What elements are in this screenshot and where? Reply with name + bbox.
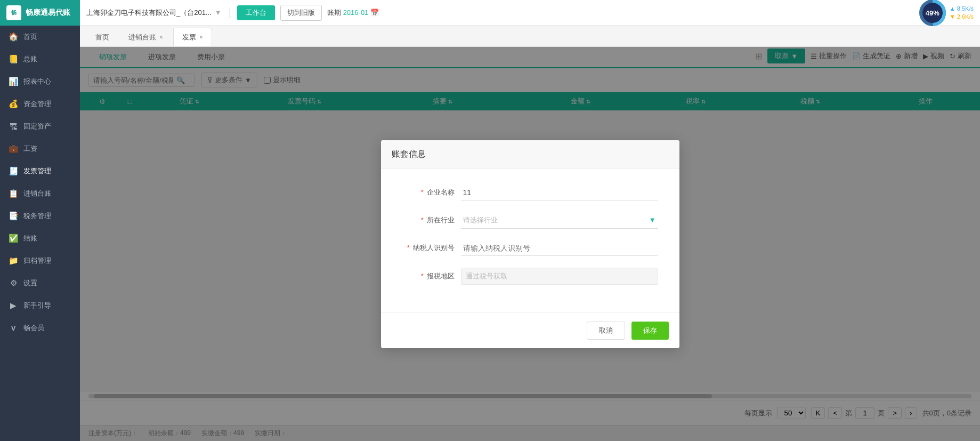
- sidebar-item-label: 设置: [23, 278, 37, 288]
- sidebar-item-settings[interactable]: ⚙ 设置: [0, 272, 80, 294]
- old-version-button[interactable]: 切到旧版: [280, 5, 322, 21]
- workbench-button[interactable]: 工作台: [237, 5, 275, 20]
- tab-invoice-close[interactable]: ×: [199, 34, 203, 41]
- home-icon: 🏠: [9, 32, 18, 42]
- sidebar-item-settle[interactable]: ✅ 结账: [0, 227, 80, 250]
- topbar-divider-1: [229, 7, 230, 18]
- dialog-footer: 取消 保存: [381, 312, 679, 348]
- assets-icon: 🏗: [9, 122, 18, 131]
- tax-region-label: * 报税地区: [402, 271, 461, 281]
- invoice-area: 销项发票 进项发票 费用小票 ⊞ 取票 ▼ ☰ 批量操作: [80, 47, 980, 441]
- tab-invoice[interactable]: 发票 ×: [173, 28, 212, 46]
- sidebar-item-tax[interactable]: 📑 税务管理: [0, 205, 80, 227]
- speed-donut: 49%: [918, 0, 947, 28]
- sidebar-item-report[interactable]: 📊 报表中心: [0, 70, 80, 93]
- tax-region-disabled: 通过税号获取: [461, 268, 658, 285]
- company-dropdown-icon: ▼: [215, 9, 222, 17]
- period-value: 2016-01: [343, 9, 369, 17]
- form-row-tax-id: * 纳税人识别号: [402, 240, 658, 256]
- account-info-dialog: 账套信息 * 企业名称: [381, 140, 679, 348]
- form-row-tax-region: * 报税地区 通过税号获取: [402, 268, 658, 285]
- speed-meter: 49% ▲ 8.5K/s ▼ 2.6K/s: [918, 0, 974, 28]
- tax-id-input[interactable]: [461, 240, 658, 256]
- sidebar-item-label: 税务管理: [23, 211, 51, 221]
- sidebar-item-ledger[interactable]: 📒 总账: [0, 48, 80, 70]
- sidebar-item-label: 资金管理: [23, 99, 51, 109]
- dialog-body: * 企业名称 * 所在行业 请选择行业: [381, 169, 679, 312]
- sidebar-item-member[interactable]: V 畅会员: [0, 317, 80, 339]
- sidebar-item-label: 发票管理: [23, 166, 51, 176]
- sidebar-item-label: 首页: [23, 32, 37, 42]
- topbar-right: 49% ▲ 8.5K/s ▼ 2.6K/s: [918, 0, 974, 28]
- report-icon: 📊: [9, 77, 18, 86]
- required-star: *: [407, 244, 410, 252]
- logo-icon: 畅: [6, 5, 21, 20]
- required-star: *: [421, 272, 424, 280]
- guide-icon: ▶: [9, 301, 18, 310]
- app-logo: 畅 畅康通易代账: [0, 0, 80, 26]
- tabbar: 首页 进销台账 × 发票 ×: [80, 26, 980, 47]
- tab-home-label: 首页: [95, 33, 109, 42]
- main-content: 上海卯金刀电子科技有限公司_（台201... ▼ 工作台 切到旧版 账期 201…: [80, 0, 980, 441]
- sidebar-item-purchase[interactable]: 📋 进销台账: [0, 182, 80, 205]
- save-button[interactable]: 保存: [631, 322, 669, 340]
- tab-home[interactable]: 首页: [86, 28, 118, 46]
- sidebar-item-label: 新手引导: [23, 301, 51, 310]
- tab-purchase-label: 进销台账: [128, 33, 156, 42]
- form-row-company-name: * 企业名称: [402, 185, 658, 201]
- tab-purchase-close[interactable]: ×: [159, 34, 163, 41]
- member-icon: V: [9, 323, 18, 333]
- sidebar-item-invoice[interactable]: 🧾 发票管理: [0, 160, 80, 182]
- industry-select[interactable]: 请选择行业 ▼: [461, 212, 658, 229]
- industry-label: * 所在行业: [402, 215, 461, 225]
- sidebar-item-fund[interactable]: 💰 资金管理: [0, 93, 80, 115]
- salary-icon: 💼: [9, 144, 18, 154]
- sidebar-item-label: 结账: [23, 234, 37, 243]
- sidebar-item-salary[interactable]: 💼 工资: [0, 138, 80, 160]
- sidebar-item-archive[interactable]: 📁 归档管理: [0, 250, 80, 272]
- speed-percent: 49%: [926, 9, 939, 17]
- ledger-icon: 📒: [9, 54, 18, 64]
- required-star: *: [421, 188, 424, 196]
- sidebar-item-label: 报表中心: [23, 77, 51, 86]
- tab-invoice-label: 发票: [182, 33, 196, 42]
- company-name-label: * 企业名称: [402, 188, 461, 197]
- settle-icon: ✅: [9, 234, 18, 243]
- settings-icon: ⚙: [9, 278, 18, 288]
- sidebar-item-label: 归档管理: [23, 256, 51, 266]
- dialog-header: 账套信息: [381, 140, 679, 169]
- required-star: *: [421, 216, 424, 224]
- sidebar-item-label: 固定资产: [23, 122, 51, 131]
- sidebar-item-label: 进销台账: [23, 189, 51, 198]
- sidebar-item-label: 畅会员: [23, 323, 44, 333]
- tax-id-label: * 纳税人识别号: [402, 243, 461, 253]
- account-period: 账期 2016-01 📅: [327, 8, 379, 18]
- company-name-input[interactable]: [461, 185, 658, 201]
- sidebar-item-label: 工资: [23, 144, 37, 154]
- purchase-icon: 📋: [9, 189, 18, 198]
- calendar-icon[interactable]: 📅: [370, 9, 379, 17]
- period-label: 账期: [327, 8, 341, 18]
- topbar: 上海卯金刀电子科技有限公司_（台201... ▼ 工作台 切到旧版 账期 201…: [80, 0, 980, 26]
- tab-purchase[interactable]: 进销台账 ×: [119, 28, 172, 46]
- industry-placeholder: 请选择行业: [463, 215, 498, 225]
- archive-icon: 📁: [9, 256, 18, 266]
- form-row-industry: * 所在行业 请选择行业 ▼: [402, 212, 658, 229]
- sidebar: 畅 畅康通易代账 🏠 首页 📒 总账 📊 报表中心 💰 资金管理 🏗 固定资产 …: [0, 0, 80, 441]
- tax-icon: 📑: [9, 211, 18, 221]
- company-selector[interactable]: 上海卯金刀电子科技有限公司_（台201... ▼: [86, 8, 222, 18]
- dialog-title: 账套信息: [392, 149, 426, 158]
- speed-down: ▼ 2.6K/s: [950, 13, 974, 20]
- industry-dropdown-icon: ▼: [649, 216, 656, 224]
- sidebar-item-guide[interactable]: ▶ 新手引导: [0, 294, 80, 317]
- sidebar-item-home[interactable]: 🏠 首页: [0, 26, 80, 48]
- modal-overlay: 账套信息 * 企业名称: [80, 47, 980, 441]
- speed-info: ▲ 8.5K/s ▼ 2.6K/s: [950, 5, 974, 20]
- speed-up: ▲ 8.5K/s: [950, 5, 974, 12]
- app-name: 畅康通易代账: [26, 8, 70, 18]
- sidebar-item-assets[interactable]: 🏗 固定资产: [0, 115, 80, 138]
- invoice-icon: 🧾: [9, 166, 18, 176]
- sidebar-item-label: 总账: [23, 54, 37, 64]
- cancel-button[interactable]: 取消: [587, 322, 625, 340]
- company-name: 上海卯金刀电子科技有限公司_（台201...: [86, 8, 212, 18]
